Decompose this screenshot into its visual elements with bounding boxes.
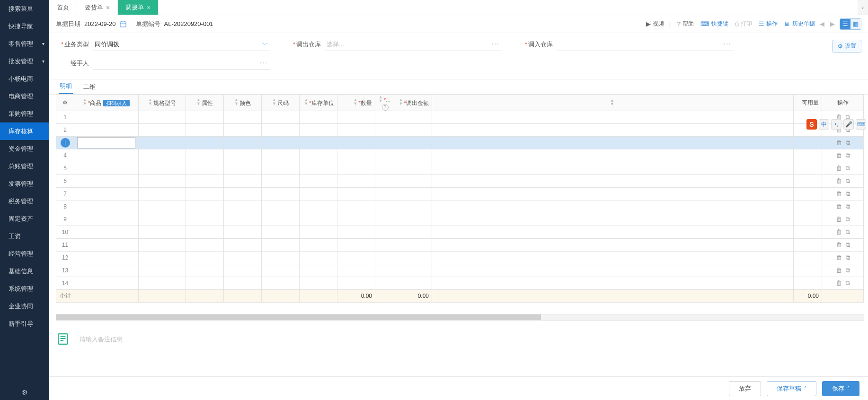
ime-logo-icon[interactable]: S (806, 119, 817, 130)
help-button[interactable]: ?帮助 (677, 20, 694, 28)
col-product[interactable]: ▲▼*商品扫码录入 (74, 95, 139, 111)
sidebar-item-17[interactable]: 企业协同 (0, 297, 49, 315)
table-row[interactable]: 13🗑⧉ (56, 264, 864, 277)
table-row[interactable]: 10🗑⧉ (56, 226, 864, 239)
delete-icon[interactable]: 🗑 (836, 228, 842, 235)
horizontal-scrollbar[interactable] (56, 314, 864, 321)
sidebar-item-0[interactable]: 搜索菜单 (0, 0, 49, 17)
copy-icon[interactable]: ⧉ (846, 279, 850, 287)
col-attr[interactable]: ▲▼属性 (186, 95, 224, 111)
shortcut-button[interactable]: ⌨快捷键 (700, 20, 728, 28)
sidebar-item-8[interactable]: 资金管理 (0, 140, 49, 157)
pager-next[interactable]: ▶ (829, 20, 836, 27)
table-row[interactable]: +🗑⧉ (56, 137, 864, 149)
copy-icon[interactable]: ⧉ (846, 203, 850, 210)
sidebar-item-14[interactable]: 经营管理 (0, 245, 49, 262)
delete-icon[interactable]: 🗑 (836, 165, 842, 172)
tab-0[interactable]: 首页 (49, 0, 77, 15)
ellipsis-icon[interactable]: ··· (491, 40, 500, 47)
col-amount[interactable]: ▲▼*调出金额 (394, 95, 432, 111)
handler-input[interactable] (93, 57, 270, 70)
delete-icon[interactable]: 🗑 (836, 216, 842, 223)
copy-icon[interactable]: ⧉ (846, 139, 850, 146)
action-button[interactable]: ☰操作 (759, 20, 778, 28)
table-row[interactable]: 12🗑⧉ (56, 252, 864, 264)
table-row[interactable]: 7🗑⧉ (56, 188, 864, 200)
abandon-button[interactable]: 放弃 (729, 381, 761, 396)
table-row[interactable]: 8🗑⧉ (56, 200, 864, 213)
settings-button[interactable]: ⚙设置 (833, 40, 861, 52)
sidebar-item-9[interactable]: 总账管理 (0, 157, 49, 175)
col-hidden[interactable]: ▲▼*... ? (375, 95, 394, 111)
tab-detail[interactable]: 明细 (59, 79, 73, 94)
table-row[interactable]: 2🗑⧉ (56, 124, 864, 137)
sidebar-item-5[interactable]: 电商管理 (0, 87, 49, 105)
view-list-icon[interactable]: ☰ (840, 19, 850, 29)
delete-icon[interactable]: 🗑 (836, 254, 842, 261)
delete-icon[interactable]: 🗑 (836, 190, 842, 197)
copy-icon[interactable]: ⧉ (846, 165, 850, 172)
delete-icon[interactable]: 🗑 (836, 152, 842, 159)
video-button[interactable]: ▶视频 (646, 20, 664, 28)
copy-icon[interactable]: ⧉ (846, 267, 850, 274)
col-unit[interactable]: ▲▼*库存单位 (300, 95, 337, 111)
sidebar-item-18[interactable]: 新手引导 (0, 315, 49, 332)
ellipsis-icon[interactable]: ··· (723, 40, 732, 47)
ime-lang-button[interactable]: 中 (819, 119, 829, 130)
tab-2d[interactable]: 二维 (82, 80, 97, 94)
col-available[interactable]: 可用量 (794, 95, 822, 111)
table-row[interactable]: 5🗑⧉ (56, 162, 864, 175)
sidebar-item-13[interactable]: 工资 (0, 227, 49, 245)
calendar-icon[interactable] (120, 21, 126, 27)
sidebar-item-2[interactable]: 零售管理▾ (0, 35, 49, 52)
ellipsis-icon[interactable]: ··· (259, 59, 268, 66)
help-icon[interactable]: ? (382, 104, 389, 111)
delete-icon[interactable]: 🗑 (836, 279, 842, 287)
delete-icon[interactable]: 🗑 (836, 203, 842, 210)
copy-icon[interactable]: ⧉ (846, 241, 850, 248)
sidebar-item-15[interactable]: 基础信息 (0, 262, 49, 280)
sidebar-item-6[interactable]: 采购管理 (0, 105, 49, 122)
save-button[interactable]: 保存˄ (822, 381, 859, 396)
copy-icon[interactable]: ⧉ (846, 216, 850, 223)
sidebar-item-1[interactable]: 快捷导航 (0, 17, 49, 35)
table-row[interactable]: 1🗑⧉ (56, 111, 864, 124)
sidebar-item-11[interactable]: 税务管理 (0, 192, 49, 210)
col-qty[interactable]: ▲▼*数量 (337, 95, 375, 111)
out-warehouse-input[interactable] (325, 38, 502, 51)
save-draft-button[interactable]: 保存草稿˄ (767, 381, 816, 396)
doc-date-value[interactable]: 2022-09-20 (84, 20, 116, 27)
settings-gear-icon[interactable]: ⚙ (0, 385, 49, 400)
delete-icon[interactable]: 🗑 (836, 177, 842, 184)
sidebar-item-10[interactable]: 发票管理 (0, 175, 49, 192)
sidebar-item-4[interactable]: 小畅电商 (0, 70, 49, 87)
delete-icon[interactable]: 🗑 (836, 241, 842, 248)
scan-button[interactable]: 扫码录入 (103, 100, 130, 106)
col-size[interactable]: ▲▼尺码 (262, 95, 300, 111)
history-button[interactable]: 🗎历史单据 (784, 20, 815, 28)
delete-icon[interactable]: 🗑 (836, 267, 842, 274)
col-spec[interactable]: ▲▼规格型号 (139, 95, 186, 111)
chevron-down-icon[interactable]: ﹀ (262, 41, 268, 49)
copy-icon[interactable]: ⧉ (846, 254, 850, 261)
ime-mic-icon[interactable]: 🎤 (843, 119, 854, 130)
col-config[interactable]: ⚙ (56, 95, 74, 111)
view-grid-icon[interactable]: ▦ (850, 19, 861, 29)
tab-1[interactable]: 要货单× (77, 0, 118, 15)
table-row[interactable]: 6🗑⧉ (56, 175, 864, 188)
tab-2[interactable]: 调拨单× (118, 0, 159, 15)
copy-icon[interactable]: ⧉ (846, 177, 850, 184)
sidebar-item-3[interactable]: 批发管理▾ (0, 52, 49, 70)
print-button[interactable]: ⎙打印 (735, 20, 752, 28)
pager-prev[interactable]: ◀ (819, 20, 825, 27)
copy-icon[interactable]: ⧉ (846, 228, 850, 235)
sidebar-item-7[interactable]: 库存核算 (0, 122, 49, 140)
tabs-more[interactable]: › (858, 0, 868, 15)
sidebar-item-12[interactable]: 固定资产 (0, 210, 49, 227)
copy-icon[interactable]: ⧉ (846, 152, 850, 159)
table-row[interactable]: 11🗑⧉ (56, 239, 864, 252)
delete-icon[interactable]: 🗑 (836, 139, 842, 146)
table-row[interactable]: 14🗑⧉ (56, 277, 864, 290)
ime-punct-button[interactable]: •, (831, 119, 841, 130)
table-row[interactable]: 9🗑⧉ (56, 213, 864, 226)
